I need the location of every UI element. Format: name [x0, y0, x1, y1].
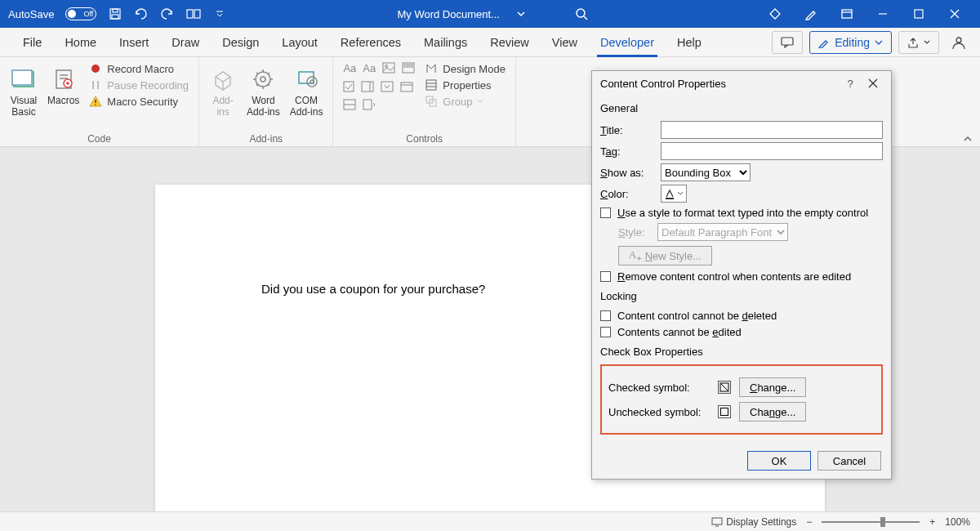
buildingblock-control-icon[interactable]	[402, 62, 415, 74]
save-icon[interactable]	[108, 7, 122, 21]
comments-button[interactable]	[772, 31, 803, 54]
picture-control-icon[interactable]	[382, 62, 395, 74]
tab-design[interactable]: Design	[211, 28, 270, 57]
macros-icon	[50, 65, 78, 93]
color-picker[interactable]	[661, 185, 687, 203]
group-icon	[425, 95, 438, 108]
checkbox-control-icon[interactable]	[343, 81, 354, 92]
input-title[interactable]	[661, 121, 883, 139]
tab-developer[interactable]: Developer	[589, 28, 666, 57]
tab-draw[interactable]: Draw	[160, 28, 211, 57]
checked-symbol-preview	[718, 381, 731, 394]
zoom-in-icon[interactable]: +	[929, 516, 935, 528]
visual-basic-button[interactable]: Visual Basic	[10, 62, 38, 118]
tab-references[interactable]: References	[329, 28, 412, 57]
document-title[interactable]: My Word Document...	[397, 8, 499, 20]
repeating-control-icon[interactable]	[343, 99, 356, 110]
combobox-control-icon[interactable]	[361, 81, 374, 92]
ok-button[interactable]: OK	[747, 451, 811, 471]
macro-security-button[interactable]: Macro Security	[89, 95, 189, 108]
plaintext-control-icon[interactable]: Aa	[363, 62, 376, 74]
macros-button[interactable]: Macros	[47, 62, 79, 106]
maximize-icon[interactable]	[905, 1, 933, 27]
window-controls	[750, 1, 980, 27]
checkbox-props-highlight: Checked symbol: Change... Unchecked symb…	[600, 364, 883, 435]
title-dropdown-icon[interactable]	[516, 11, 526, 17]
svg-rect-17	[12, 70, 32, 85]
diamond-icon[interactable]	[761, 1, 789, 27]
pen-icon[interactable]	[797, 1, 825, 27]
design-mode-button[interactable]: Design Mode	[425, 62, 506, 75]
section-locking: Locking	[600, 287, 883, 306]
com-addins-button[interactable]: COM Add-ins	[290, 62, 323, 118]
svg-rect-45	[363, 100, 372, 109]
svg-rect-55	[666, 198, 674, 199]
redo-icon[interactable]	[160, 7, 175, 21]
tab-review[interactable]: Review	[479, 28, 541, 57]
addins-icon	[209, 65, 237, 93]
tab-layout[interactable]: Layout	[270, 28, 329, 57]
legacy-tools-icon[interactable]	[363, 99, 376, 110]
tab-file[interactable]: File	[11, 28, 53, 57]
record-macro-button[interactable]: Record Macro	[89, 62, 189, 75]
new-style-button: A+ New Style...	[618, 246, 712, 266]
tab-mailings[interactable]: Mailings	[412, 28, 479, 57]
tab-insert[interactable]: Insert	[108, 28, 160, 57]
ribbon-tabs: File Home Insert Draw Design Layout Refe…	[0, 28, 980, 57]
group-code: Visual Basic Macros Record Macro Pause R…	[0, 57, 199, 146]
close-icon[interactable]	[941, 1, 969, 27]
change-checked-button[interactable]: Change...	[739, 377, 806, 397]
properties-button[interactable]: Properties	[425, 78, 506, 91]
dialog-close-icon[interactable]	[862, 74, 884, 93]
word-addins-icon	[249, 65, 277, 93]
collapse-ribbon-icon[interactable]	[962, 135, 973, 143]
svg-point-15	[956, 38, 961, 42]
share-button[interactable]	[898, 31, 939, 54]
checkbox-cannot-edit[interactable]: Contents cannot be edited	[600, 326, 883, 338]
tab-help[interactable]: Help	[666, 28, 713, 57]
quick-access-toolbar: AutoSave Off	[0, 7, 235, 21]
dialog-title-text: Content Control Properties	[600, 78, 726, 90]
autosave-toggle[interactable]: Off	[65, 7, 96, 20]
tab-home[interactable]: Home	[53, 28, 108, 57]
search-icon[interactable]	[575, 7, 588, 20]
label-show-as: Show as:	[600, 167, 653, 179]
unchecked-symbol-preview	[718, 405, 731, 418]
cancel-button[interactable]: Cancel	[817, 451, 881, 471]
group-addins: Add- ins Word Add-ins COM Add-ins Add-in…	[199, 57, 333, 146]
account-icon[interactable]	[946, 34, 972, 51]
word-addins-button[interactable]: Word Add-ins	[247, 62, 280, 118]
change-unchecked-button[interactable]: Change...	[739, 402, 806, 422]
zoom-level[interactable]: 100%	[945, 516, 970, 528]
svg-point-30	[307, 77, 317, 87]
richtext-control-icon[interactable]: Aa	[343, 62, 356, 74]
svg-rect-4	[194, 10, 200, 18]
display-settings-button[interactable]: Display Settings	[711, 516, 796, 528]
datepicker-control-icon[interactable]	[400, 81, 413, 92]
checkbox-remove-on-edit[interactable]: Remove content control when contents are…	[600, 270, 883, 283]
tab-view[interactable]: View	[541, 28, 589, 57]
select-show-as[interactable]: Bounding Box	[661, 163, 751, 181]
input-tag[interactable]	[661, 142, 883, 160]
dialog-help-icon[interactable]: ?	[839, 74, 862, 93]
dropdown-control-icon[interactable]	[381, 81, 394, 92]
minimize-icon[interactable]	[869, 1, 897, 27]
checkbox-use-style[interactable]: Use a style to format text typed into th…	[600, 207, 883, 219]
zoom-out-icon[interactable]: −	[806, 516, 812, 528]
checkbox-cannot-delete[interactable]: Content control cannot be deleted	[600, 310, 883, 322]
zoom-slider[interactable]	[822, 521, 920, 523]
qat-more-icon[interactable]	[186, 7, 201, 21]
svg-point-6	[577, 9, 585, 17]
editing-mode-button[interactable]: Editing	[809, 31, 892, 54]
svg-rect-1	[113, 9, 118, 12]
label-unchecked-symbol: Unchecked symbol:	[608, 406, 710, 418]
svg-rect-8	[842, 10, 852, 18]
properties-icon	[425, 78, 438, 91]
qat-dropdown-icon[interactable]	[212, 7, 227, 21]
label-style: Style:	[618, 226, 649, 239]
undo-icon[interactable]	[134, 7, 149, 21]
ribbon-mode-icon[interactable]	[833, 1, 861, 27]
pause-icon	[89, 78, 102, 91]
label-color: Color:	[600, 188, 653, 200]
warning-icon	[89, 95, 102, 108]
